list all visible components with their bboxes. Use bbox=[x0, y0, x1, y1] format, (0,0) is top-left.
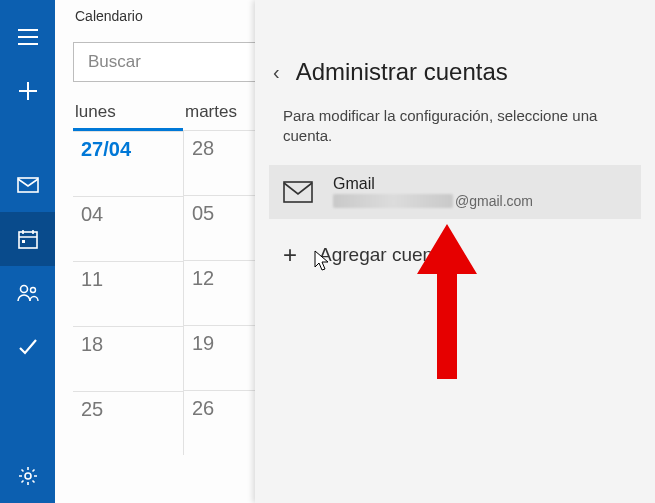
svg-point-3 bbox=[20, 286, 27, 293]
add-event-button[interactable] bbox=[0, 64, 55, 118]
people-icon[interactable] bbox=[0, 266, 55, 320]
app-window: Calendario Buscar lunes 27/04 04 11 18 2… bbox=[0, 0, 655, 503]
svg-rect-7 bbox=[284, 182, 312, 202]
hamburger-menu-icon[interactable] bbox=[0, 10, 55, 64]
svg-rect-1 bbox=[19, 232, 37, 248]
calendar-cell[interactable]: 18 bbox=[73, 326, 183, 391]
calendar-cell[interactable]: 04 bbox=[73, 196, 183, 261]
envelope-icon bbox=[283, 181, 313, 203]
calendar-cell[interactable]: 27/04 bbox=[73, 131, 183, 196]
manage-accounts-panel: ‹ Administrar cuentas Para modificar la … bbox=[255, 0, 655, 503]
svg-point-5 bbox=[25, 473, 31, 479]
sidebar bbox=[0, 0, 55, 503]
search-placeholder: Buscar bbox=[88, 52, 141, 72]
svg-rect-0 bbox=[18, 178, 38, 192]
panel-title: Administrar cuentas bbox=[296, 58, 508, 86]
back-chevron-icon[interactable]: ‹ bbox=[273, 61, 296, 84]
mail-icon[interactable] bbox=[0, 158, 55, 212]
svg-point-4 bbox=[30, 288, 35, 293]
settings-gear-icon[interactable] bbox=[0, 449, 55, 503]
panel-description: Para modificar la configuración, selecci… bbox=[255, 106, 655, 165]
account-email: @gmail.com bbox=[333, 193, 533, 209]
calendar-cell[interactable]: 25 bbox=[73, 391, 183, 456]
calendar-cell[interactable]: 11 bbox=[73, 261, 183, 326]
todo-check-icon[interactable] bbox=[0, 320, 55, 374]
day-header-mon: lunes bbox=[73, 96, 183, 131]
redacted-email-prefix bbox=[333, 194, 453, 208]
svg-rect-2 bbox=[22, 240, 25, 243]
add-account-label: Agregar cuenta bbox=[319, 244, 449, 266]
calendar-icon[interactable] bbox=[0, 212, 55, 266]
account-item-gmail[interactable]: Gmail @gmail.com bbox=[269, 165, 641, 219]
plus-icon: + bbox=[283, 241, 319, 269]
account-name: Gmail bbox=[333, 175, 533, 193]
add-account-button[interactable]: + Agregar cuenta bbox=[255, 225, 655, 285]
